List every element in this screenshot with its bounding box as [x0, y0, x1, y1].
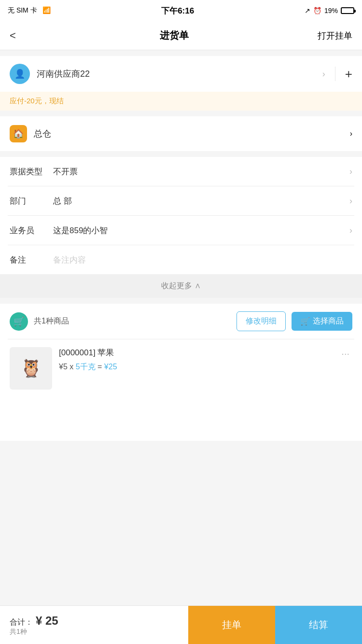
carrier-text: 无 SIM 卡: [8, 6, 37, 14]
select-product-label: 选择商品: [313, 316, 344, 326]
wifi-icon: 📶: [42, 6, 51, 14]
product-placeholder-icon: 🦉: [20, 358, 42, 378]
gap-4: [0, 298, 362, 304]
total-row: 合计： ¥ 25: [10, 614, 179, 628]
product-header: 🛒 共1种商品 修改明细 🛒 选择商品: [0, 304, 362, 339]
remark-placeholder: 备注内容: [48, 254, 352, 266]
salesperson-label: 业务员: [10, 225, 48, 236]
open-hang-button[interactable]: 打开挂单: [318, 30, 352, 42]
total-amount: ¥ 25: [36, 614, 58, 628]
footer: 合计： ¥ 25 共1种 挂单 结算: [0, 605, 362, 644]
battery-percent: 19%: [324, 7, 338, 14]
avatar-icon: 👤: [14, 69, 25, 79]
add-supplier-button[interactable]: +: [345, 67, 352, 82]
status-right-group: ↗ ⏰ 19%: [305, 7, 354, 14]
salesperson-row[interactable]: 业务员 这是859的小智 ›: [0, 216, 362, 245]
warehouse-icon: 🏠: [10, 125, 27, 142]
edit-detail-button[interactable]: 修改明细: [237, 311, 286, 331]
department-value: 总 部: [48, 196, 349, 207]
warehouse-chevron-icon: ›: [350, 129, 352, 138]
settle-button[interactable]: 结算: [275, 606, 362, 644]
warehouse-row[interactable]: 🏠 总仓 ›: [0, 116, 362, 151]
product-price: ¥5 x 5千克 = ¥25: [59, 362, 332, 372]
product-count: 共1种商品: [34, 316, 231, 326]
product-menu-button[interactable]: ···: [338, 347, 352, 360]
price-multiply: x: [70, 363, 75, 371]
cart-icon: 🛒: [14, 316, 24, 327]
warehouse-name: 总仓: [34, 128, 350, 140]
product-thumbnail: 🦉: [10, 347, 52, 390]
product-info: [0000001] 苹果 ¥5 x 5千克 = ¥25: [59, 347, 332, 372]
total-count: 共1种: [10, 628, 179, 636]
home-icon: 🏠: [13, 128, 24, 139]
remark-row[interactable]: 备注 备注内容: [0, 245, 362, 274]
supplier-name: 河南供应商22: [37, 68, 322, 80]
gap-1: [0, 50, 362, 56]
invoice-type-value: 不开票: [48, 166, 349, 177]
info-banner: 应付-20元，现结: [0, 92, 362, 111]
salesperson-value: 这是859的小智: [48, 225, 349, 236]
select-cart-icon: 🛒: [300, 317, 310, 326]
price-equals: =: [97, 363, 104, 371]
gap-3: [0, 151, 362, 157]
select-product-button[interactable]: 🛒 选择商品: [292, 312, 352, 331]
supplier-row[interactable]: 👤 河南供应商22 › +: [0, 56, 362, 92]
remark-label: 备注: [10, 254, 48, 266]
supplier-avatar: 👤: [10, 64, 30, 84]
alarm-icon: ⏰: [313, 7, 321, 14]
product-item: 🦉 [0000001] 苹果 ¥5 x 5千克 = ¥25 ···: [0, 339, 362, 397]
carrier-wifi: 无 SIM 卡 📶: [8, 6, 51, 15]
gap-2: [0, 111, 362, 116]
invoice-type-chevron-icon: ›: [349, 167, 352, 177]
page-title: 进货单: [160, 29, 189, 42]
hang-button[interactable]: 挂单: [188, 606, 275, 644]
supplier-chevron-icon: ›: [322, 69, 325, 79]
footer-total: 合计： ¥ 25 共1种: [0, 606, 188, 644]
invoice-type-row[interactable]: 票据类型 不开票 ›: [0, 157, 362, 186]
department-chevron-icon: ›: [349, 196, 352, 206]
product-section: 🛒 共1种商品 修改明细 🛒 选择商品 🦉 [0000001] 苹果 ¥5 x …: [0, 304, 362, 441]
invoice-type-label: 票据类型: [10, 166, 48, 177]
status-bar: 无 SIM 卡 📶 下午6:16 ↗ ⏰ 19%: [0, 0, 362, 21]
supplier-divider: [335, 67, 335, 81]
clock: 下午6:16: [161, 5, 194, 16]
product-unit-price: ¥5: [59, 363, 68, 371]
salesperson-chevron-icon: ›: [349, 225, 352, 236]
product-code: [0000001]: [59, 348, 96, 357]
product-total: ¥25: [104, 363, 117, 371]
total-label: 合计：: [10, 617, 33, 628]
location-icon: ↗: [305, 7, 310, 14]
form-section: 票据类型 不开票 › 部门 总 部 › 业务员 这是859的小智 › 备注 备注…: [0, 157, 362, 274]
product-header-icon: 🛒: [10, 312, 28, 331]
back-button[interactable]: <: [10, 25, 31, 46]
warehouse-section: 🏠 总仓 ›: [0, 116, 362, 151]
supplier-section: 👤 河南供应商22 › + 应付-20元，现结: [0, 56, 362, 111]
nav-bar: < 进货单 打开挂单: [0, 21, 362, 50]
product-title: 苹果: [97, 348, 114, 357]
department-row[interactable]: 部门 总 部 ›: [0, 186, 362, 215]
product-name: [0000001] 苹果: [59, 347, 332, 358]
battery-icon: [341, 7, 354, 14]
collapse-bar[interactable]: 收起更多 ∧: [0, 274, 362, 298]
footer-spacer: [0, 397, 362, 441]
department-label: 部门: [10, 196, 48, 207]
product-quantity: 5千克: [76, 363, 96, 371]
